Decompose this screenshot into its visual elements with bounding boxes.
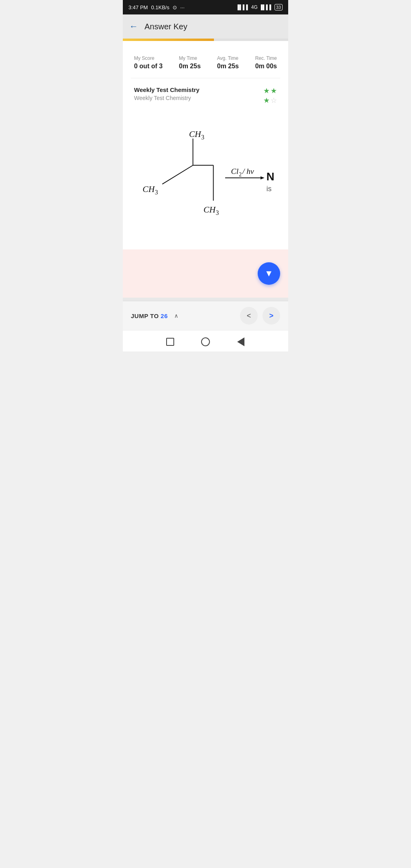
svg-text:2: 2 xyxy=(239,172,242,178)
my-score-stat: My Score 0 out of 3 xyxy=(134,55,163,70)
bottom-nav: JUMP TO 26 ∧ < > xyxy=(123,301,288,330)
svg-text:3: 3 xyxy=(201,134,204,141)
my-time-stat: My Time 0m 25s xyxy=(179,55,201,70)
network-speed: 0.1KB/s xyxy=(151,4,169,10)
status-left: 3:47 PM 0.1KB/s ⊙ ··· xyxy=(128,4,185,10)
stats-row: My Score 0 out of 3 My Time 0m 25s Avg. … xyxy=(131,49,280,78)
svg-marker-11 xyxy=(260,176,265,180)
my-score-label: My Score xyxy=(134,55,163,61)
test-sub-title: Weekly Test Chemistry xyxy=(134,95,258,101)
svg-text:N: N xyxy=(267,170,275,183)
test-info: Weekly Test Chemistry Weekly Test Chemis… xyxy=(131,78,280,109)
header: ← Answer Key xyxy=(123,14,288,39)
avg-time-label: Avg. Time xyxy=(217,55,239,61)
filter-button[interactable]: ▼ xyxy=(258,262,280,285)
filter-icon: ▼ xyxy=(265,268,273,279)
jump-chevron[interactable]: ∧ xyxy=(174,312,178,319)
circle-icon xyxy=(201,337,210,346)
home-button[interactable] xyxy=(200,336,211,347)
rec-time-stat: Rec. Time 0m 00s xyxy=(255,55,277,70)
svg-text:3: 3 xyxy=(216,209,219,216)
star-3: ★ xyxy=(263,96,270,105)
next-arrow-icon: > xyxy=(269,312,274,320)
my-time-value: 0m 25s xyxy=(179,63,201,70)
chemistry-diagram: CH 3 CH 3 CH 3 Cl 2 / hv N is xyxy=(131,109,280,245)
triangle-icon xyxy=(237,337,244,346)
svg-text:CH: CH xyxy=(142,184,155,194)
rec-time-label: Rec. Time xyxy=(255,55,277,61)
svg-line-3 xyxy=(162,165,193,184)
page-title: Answer Key xyxy=(144,22,187,31)
avg-time-value: 0m 25s xyxy=(217,63,239,70)
svg-text:CH: CH xyxy=(189,129,201,139)
rec-time-value: 0m 00s xyxy=(255,63,277,70)
svg-text:3: 3 xyxy=(155,189,158,196)
status-right: ▐▌▌▌ 4G ▐▌▌▌ 33 xyxy=(236,4,283,10)
jump-to-label: JUMP TO 26 xyxy=(131,312,168,319)
stars-container: ★ ★ ★ ☆ xyxy=(263,86,277,105)
main-content: My Score 0 out of 3 My Time 0m 25s Avg. … xyxy=(123,41,288,298)
next-arrow[interactable]: > xyxy=(262,307,280,325)
prev-arrow[interactable]: < xyxy=(240,307,258,325)
notification-dot: ⊙ xyxy=(173,4,177,10)
svg-text:Cl: Cl xyxy=(231,167,238,176)
square-icon xyxy=(166,338,174,346)
square-button[interactable] xyxy=(165,336,176,347)
svg-text:CH: CH xyxy=(203,205,216,214)
chemistry-svg: CH 3 CH 3 CH 3 Cl 2 / hv N is xyxy=(131,118,280,236)
star-1: ★ xyxy=(263,86,270,95)
battery-indicator: 33 xyxy=(275,4,283,10)
prev-arrow-icon: < xyxy=(247,312,251,320)
status-bar: 3:47 PM 0.1KB/s ⊙ ··· ▐▌▌▌ 4G ▐▌▌▌ 33 xyxy=(123,0,288,14)
avg-time-stat: Avg. Time 0m 25s xyxy=(217,55,239,70)
star-4: ☆ xyxy=(271,96,277,105)
svg-text:is: is xyxy=(267,185,272,193)
jump-to-number: 26 xyxy=(161,312,168,319)
svg-text:/ hv: / hv xyxy=(242,167,254,176)
signal-bars-2: ▐▌▌▌ xyxy=(259,4,273,10)
menu-dots: ··· xyxy=(180,4,185,10)
my-score-value: 0 out of 3 xyxy=(134,63,163,70)
star-2: ★ xyxy=(271,86,277,95)
device-nav-bar xyxy=(123,330,288,351)
answer-section: ▼ xyxy=(123,249,288,298)
back-nav-button[interactable] xyxy=(235,336,246,347)
network-type: 4G xyxy=(251,4,258,10)
divider xyxy=(123,298,288,301)
test-main-title: Weekly Test Chemistry xyxy=(134,86,258,93)
time: 3:47 PM xyxy=(128,4,148,10)
my-time-label: My Time xyxy=(179,55,201,61)
test-titles: Weekly Test Chemistry Weekly Test Chemis… xyxy=(134,86,258,101)
back-button[interactable]: ← xyxy=(129,21,138,32)
signal-bars: ▐▌▌▌ xyxy=(236,4,250,10)
